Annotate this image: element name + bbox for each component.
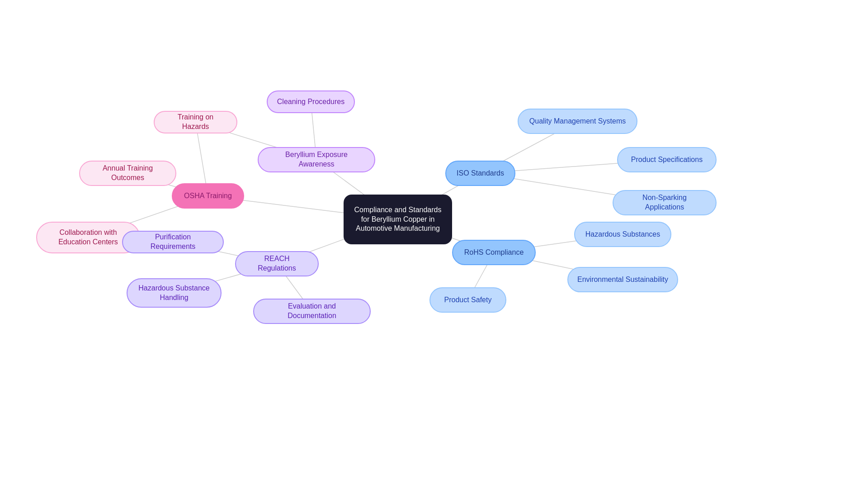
node-label-collaboration: Collaboration with Education Centers (46, 228, 130, 247)
node-training_hazards: Training on Hazards (154, 111, 237, 133)
node-beryllium_exposure: Beryllium Exposure Awareness (258, 147, 375, 172)
node-hazardous_handling: Hazardous Substance Handling (127, 278, 222, 308)
node-label-eval_documentation: Evaluation and Documentation (263, 302, 361, 321)
node-label-purification: Purification Requirements (132, 233, 214, 252)
node-label-environmental: Environmental Sustainability (577, 275, 668, 285)
node-eval_documentation: Evaluation and Documentation (253, 299, 371, 324)
center-node: Compliance and Standards for Beryllium C… (344, 195, 452, 244)
node-label-training_hazards: Training on Hazards (164, 113, 227, 132)
node-label-quality_mgmt: Quality Management Systems (529, 117, 626, 126)
node-label-osha_training: OSHA Training (184, 191, 232, 201)
node-non_sparking: Non-Sparking Applications (613, 190, 717, 215)
node-iso_standards: ISO Standards (445, 161, 515, 186)
node-product_specs: Product Specifications (617, 147, 717, 172)
node-cleaning_procedures: Cleaning Procedures (267, 90, 355, 113)
node-label-non_sparking: Non-Sparking Applications (623, 193, 707, 212)
node-label-product_specs: Product Specifications (631, 155, 703, 165)
node-label-annual_training: Annual Training Outcomes (89, 164, 166, 183)
node-product_safety: Product Safety (429, 287, 506, 313)
node-label-cleaning_procedures: Cleaning Procedures (277, 97, 344, 107)
node-reach_regulations: REACH Regulations (235, 251, 319, 276)
node-annual_training: Annual Training Outcomes (79, 161, 176, 186)
node-label-hazardous_substances: Hazardous Substances (585, 230, 660, 239)
center-node-label: Compliance and Standards for Beryllium C… (353, 205, 443, 233)
node-label-hazardous_handling: Hazardous Substance Handling (137, 284, 212, 303)
node-label-reach_regulations: REACH Regulations (245, 254, 309, 273)
node-rohs_compliance: RoHS Compliance (452, 240, 536, 265)
node-purification: Purification Requirements (122, 231, 224, 253)
node-quality_mgmt: Quality Management Systems (518, 109, 637, 134)
node-label-beryllium_exposure: Beryllium Exposure Awareness (268, 150, 365, 169)
node-hazardous_substances: Hazardous Substances (574, 222, 671, 247)
node-osha_training: OSHA Training (172, 183, 244, 209)
node-label-iso_standards: ISO Standards (457, 169, 504, 178)
node-label-rohs_compliance: RoHS Compliance (464, 248, 524, 257)
node-label-product_safety: Product Safety (444, 295, 492, 305)
node-environmental: Environmental Sustainability (567, 267, 678, 292)
